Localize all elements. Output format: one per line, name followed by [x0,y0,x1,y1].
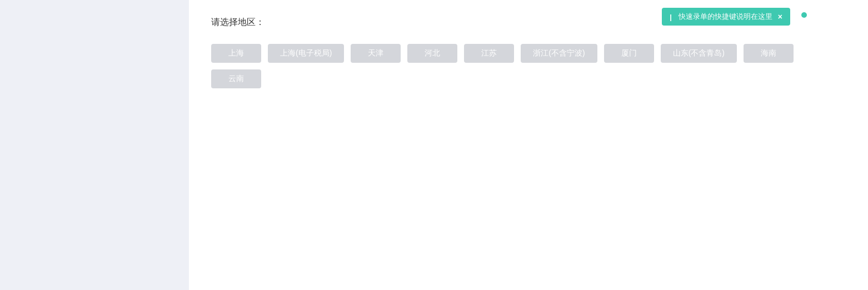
region-button-hainan[interactable]: 海南 [744,44,794,63]
region-button-zhejiang[interactable]: 浙江(不含宁波) [521,44,597,63]
region-button-yunnan[interactable]: 云南 [211,69,261,88]
tooltip-text: 快速录单的快捷键说明在这里 [679,12,772,22]
tooltip-banner: 快速录单的快捷键说明在这里 × [662,8,790,26]
region-button-shanghai-etax[interactable]: 上海(电子税局) [268,44,344,63]
region-button-shandong[interactable]: 山东(不含青岛) [661,44,737,63]
main-content: 请选择地区： 上海上海(电子税局)天津河北江苏浙江(不含宁波)厦门山东(不含青岛… [189,0,868,290]
region-button-xiamen[interactable]: 厦门 [604,44,654,63]
tooltip-close-button[interactable]: × [778,13,782,21]
tooltip-dot [801,12,807,18]
region-button-hebei[interactable]: 河北 [407,44,457,63]
region-button-shanghai[interactable]: 上海 [211,44,261,63]
left-sidebar [0,0,189,290]
region-buttons-container: 上海上海(电子税局)天津河北江苏浙江(不含宁波)厦门山东(不含青岛)海南云南 [211,44,846,88]
region-button-jiangsu[interactable]: 江苏 [464,44,514,63]
region-button-tianjin[interactable]: 天津 [351,44,401,63]
